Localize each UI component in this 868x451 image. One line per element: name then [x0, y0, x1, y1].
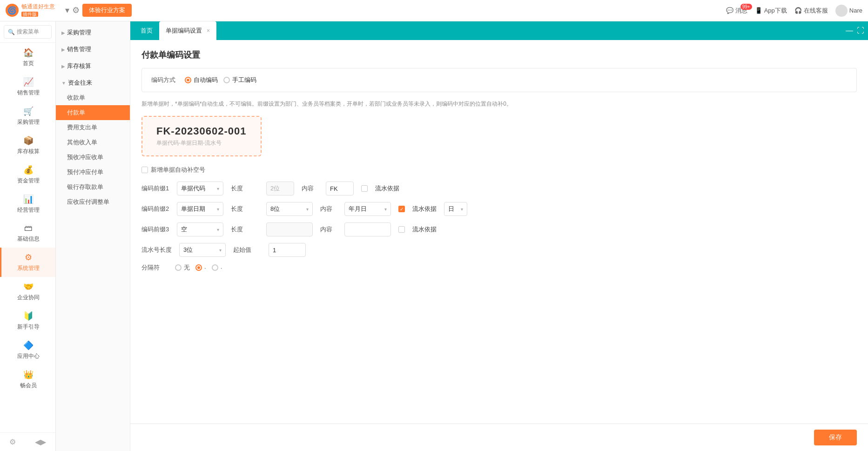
sep-radio-dot2[interactable]: ·: [212, 264, 222, 271]
prefix-row-1: 编码前缀1 单据代码 ▾ 长度 2位 内容 FK 流水依据: [141, 182, 857, 195]
top-bar-left: 🌀 畅通道好生意 插件版 ▾ ⚙ 体验行业方案: [6, 3, 132, 17]
collapse-btn[interactable]: ◀▶: [35, 438, 46, 446]
encoding-method-row: 编码方式 自动编码 手工编码: [151, 76, 847, 84]
sidebar-item-operations[interactable]: 📊 经营管理: [0, 189, 55, 219]
minimize-btn[interactable]: —: [846, 27, 853, 35]
sep-radio-dot1[interactable]: ·: [195, 264, 206, 271]
prefix-1-select[interactable]: 单据代码 ▾: [177, 182, 223, 195]
sidebar-item-label: 经营管理: [17, 206, 40, 214]
sec-item-expense[interactable]: 费用支出单: [56, 120, 130, 135]
prefix-3-select[interactable]: 空 ▾: [177, 222, 223, 236]
tab-home[interactable]: 首页: [134, 21, 159, 40]
sec-item-payment[interactable]: 付款单: [56, 105, 130, 120]
service-icon: 🎧: [794, 7, 802, 14]
sales-icon: 📈: [23, 77, 34, 87]
sec-item-prepaid-receivable[interactable]: 预收冲应收单: [56, 150, 130, 165]
sidebar-item-member[interactable]: 👑 畅会员: [0, 365, 55, 394]
content-3-label: 内容: [320, 225, 337, 234]
auto-fill-checkbox[interactable]: [141, 167, 148, 173]
user-avatar[interactable]: Nare: [835, 5, 862, 17]
sec-group-purchase-header[interactable]: ▶ 采购管理: [56, 25, 130, 40]
sep-radio-none-circle: [175, 264, 182, 271]
chevron-right-icon: ▶: [61, 64, 65, 69]
sidebar-item-label: 库存核算: [17, 148, 40, 155]
radio-manual-encode[interactable]: 手工编码: [223, 76, 256, 84]
sep-radio-none[interactable]: 无: [175, 263, 190, 272]
page-title: 付款单编码设置: [141, 49, 857, 61]
sec-item-bank-deposit[interactable]: 银行存取款单: [56, 180, 130, 195]
sidebar-item-guide[interactable]: 🔰 新手引导: [0, 306, 55, 336]
start-value-input[interactable]: 1: [269, 243, 306, 257]
length-3-input: [266, 222, 313, 236]
sidebar-item-label: 企业协同: [17, 294, 40, 302]
sec-group-purchase: ▶ 采购管理: [56, 25, 130, 40]
online-service-btn[interactable]: 🎧 在线客服: [794, 7, 828, 15]
sep-radio-dot2-circle: [212, 264, 218, 271]
sidebar-bottom: ⚙ ◀▶: [0, 432, 55, 451]
avatar: [835, 5, 848, 17]
content-2-label: 内容: [320, 205, 337, 213]
length-2-select[interactable]: 8位 ▾: [266, 202, 313, 216]
encoding-method-section: 编码方式 自动编码 手工编码: [141, 68, 857, 92]
radio-auto-circle: [185, 77, 191, 83]
serial-length-select[interactable]: 3位 ▾: [179, 243, 226, 257]
sec-item-other-income[interactable]: 其他收入单: [56, 135, 130, 150]
tabs-bar: 首页 单据编码设置 × — ⛶: [130, 21, 868, 40]
sec-item-receipt[interactable]: 收款单: [56, 90, 130, 105]
chevron-down-icon: ▾: [217, 227, 219, 232]
sidebar-item-finance[interactable]: 💰 资金管理: [0, 160, 55, 189]
prefix-1-label: 编码前缀1: [141, 184, 169, 193]
chevron-right-icon: ▶: [61, 47, 65, 52]
content-2-select[interactable]: 年月日 ▾: [344, 202, 391, 216]
sidebar-item-enterprise[interactable]: 🤝 企业协同: [0, 277, 55, 306]
sec-item-prepaid-payable[interactable]: 预付冲应付单: [56, 165, 130, 180]
sec-group-finance-header[interactable]: ▼ 资金往来: [56, 75, 130, 90]
enterprise-icon: 🤝: [23, 282, 34, 292]
guide-icon: 🔰: [23, 311, 34, 321]
prefix-row-3: 编码前缀3 空 ▾ 长度 内容 流水依据: [141, 222, 857, 236]
search-icon: 🔍: [8, 29, 15, 35]
sidebar-item-basic[interactable]: 🗃 基础信息: [0, 219, 55, 248]
dropdown-btn[interactable]: ▾: [65, 5, 69, 15]
stream-1-checkbox[interactable]: [361, 185, 368, 192]
inventory-icon: 📦: [23, 135, 34, 146]
encoding-method-label: 编码方式: [151, 76, 175, 84]
code-preview-main: FK-20230602-001: [156, 125, 247, 137]
app-download-btn[interactable]: 📱 App下载: [755, 7, 787, 15]
sec-group-inventory-header[interactable]: ▶ 库存核算: [56, 59, 130, 74]
tab-close-icon[interactable]: ×: [207, 27, 210, 34]
logo-icon: 🌀: [6, 4, 19, 17]
message-btn[interactable]: 💬 消息 99+: [726, 7, 747, 15]
stream-2-checkbox[interactable]: ✓: [398, 206, 405, 212]
settings-btn[interactable]: ⚙: [72, 5, 80, 15]
prefix-2-select[interactable]: 单据日期 ▾: [177, 202, 223, 216]
sec-group-sales-header[interactable]: ▶ 销售管理: [56, 42, 130, 57]
stream-unit-select[interactable]: 日 ▾: [444, 202, 467, 216]
sidebar-item-label: 系统管理: [17, 264, 40, 272]
search-menu-btn[interactable]: 🔍 搜索菜单: [4, 25, 52, 39]
auto-fill-label: 新增单据自动补空号: [151, 166, 205, 174]
purchase-icon: 🛒: [23, 106, 34, 116]
chevron-right-icon: ▶: [61, 30, 65, 35]
trial-btn[interactable]: 体验行业方案: [82, 4, 132, 17]
stream-3-checkbox[interactable]: [398, 226, 405, 233]
sidebar-item-inventory[interactable]: 📦 库存核算: [0, 131, 55, 160]
radio-auto-encode[interactable]: 自动编码: [185, 76, 218, 84]
save-button[interactable]: 保存: [814, 430, 857, 445]
sidebar-item-label: 畅会员: [20, 382, 37, 390]
sec-item-adjustment[interactable]: 应收应付调整单: [56, 195, 130, 209]
serial-length-label: 流水号长度: [141, 246, 172, 254]
sidebar-search-area: 🔍 搜索菜单: [0, 21, 55, 43]
chevron-down-icon: ▾: [217, 207, 219, 212]
sidebar-item-apps[interactable]: 🔷 应用中心: [0, 336, 55, 365]
tab-encoding-settings[interactable]: 单据编码设置 ×: [159, 21, 216, 40]
sidebar-item-system[interactable]: ⚙ 系统管理: [0, 248, 55, 277]
settings-bottom-btn[interactable]: ⚙: [9, 438, 16, 446]
length-2-label: 长度: [231, 205, 259, 213]
sidebar-item-home[interactable]: 🏠 首页: [0, 43, 55, 72]
length-1-label: 长度: [231, 184, 259, 193]
stream-3-label: 流水依据: [412, 225, 437, 234]
maximize-btn[interactable]: ⛶: [857, 27, 864, 35]
sidebar-item-sales[interactable]: 📈 销售管理: [0, 72, 55, 101]
sidebar-item-purchase[interactable]: 🛒 采购管理: [0, 101, 55, 131]
